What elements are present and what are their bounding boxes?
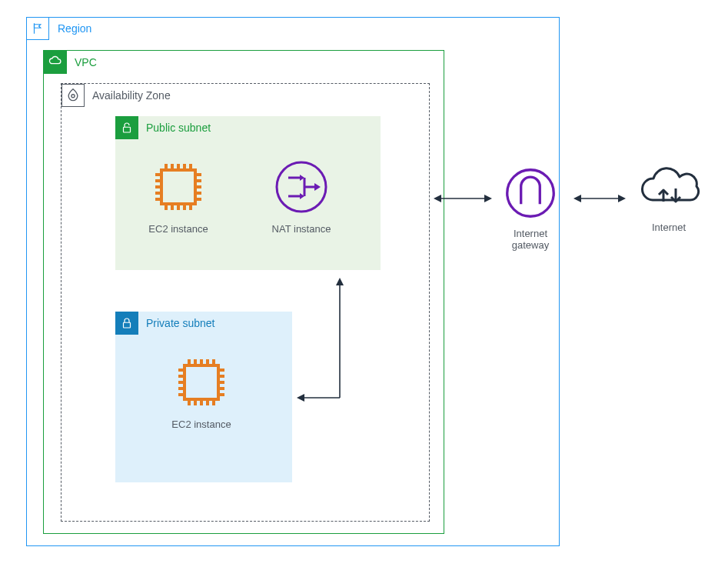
nat-instance-label: NAT instance (272, 223, 331, 235)
svg-rect-2 (124, 127, 131, 132)
ec2-instance-public: EC2 instance (132, 158, 224, 235)
availability-zone-box: Availability Zone Public subnet (61, 83, 430, 522)
availability-zone-icon (61, 84, 85, 107)
svg-marker-57 (297, 394, 304, 402)
cloud-icon (636, 165, 702, 214)
internet-gateway-icon (504, 166, 557, 220)
vpc-icon (44, 51, 67, 74)
svg-marker-59 (434, 195, 441, 202)
internet: Internet (630, 165, 707, 233)
public-subnet-box: Public subnet (115, 116, 381, 270)
svg-marker-56 (336, 278, 344, 285)
nat-instance: NAT instance (255, 158, 347, 235)
ec2-instance-public-label: EC2 instance (148, 223, 208, 235)
internet-gateway: Internet gateway (492, 166, 569, 251)
svg-marker-60 (484, 195, 492, 202)
ec2-icon (173, 354, 230, 411)
private-subnet-box: Private subnet EC2 instance (115, 312, 292, 482)
svg-rect-33 (184, 365, 218, 399)
arrow-igw-to-internet (572, 191, 627, 206)
vpc-label: VPC (75, 56, 97, 68)
internet-gateway-label: Internet gateway (512, 228, 549, 251)
region-icon (26, 17, 49, 40)
public-subnet-label: Public subnet (146, 122, 211, 134)
availability-zone-label: Availability Zone (92, 89, 171, 102)
svg-marker-31 (314, 183, 321, 191)
arrow-vpc-to-igw (432, 191, 494, 206)
svg-marker-64 (618, 195, 626, 202)
private-subnet-icon (115, 312, 138, 335)
nat-icon (273, 158, 330, 215)
svg-rect-32 (124, 322, 131, 328)
private-subnet-label: Private subnet (146, 317, 215, 329)
region-label: Region (58, 22, 91, 35)
svg-marker-63 (573, 195, 581, 202)
internet-label: Internet (652, 222, 686, 233)
arrow-private-to-nat (294, 275, 355, 429)
public-subnet-icon (115, 116, 138, 139)
ec2-instance-private-label: EC2 instance (171, 419, 231, 430)
ec2-instance-private: EC2 instance (155, 354, 248, 430)
vpc-box: VPC Availability Zone Public subnet (43, 50, 444, 534)
svg-point-1 (71, 95, 75, 98)
svg-rect-3 (161, 170, 195, 204)
ec2-icon (150, 158, 207, 215)
region-box: Region VPC Availability Zone (26, 17, 560, 546)
